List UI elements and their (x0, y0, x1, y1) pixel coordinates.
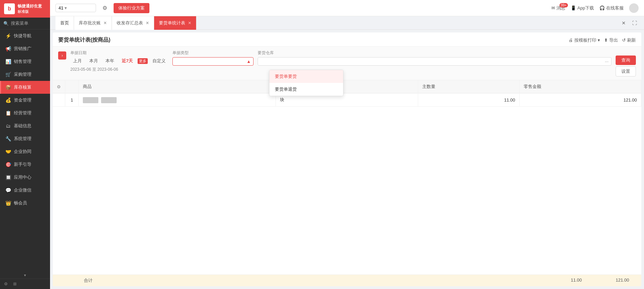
app-download-label: App下载 (577, 5, 594, 11)
industry-solution-button[interactable]: 体验行业方案 (114, 3, 149, 13)
tab-order-stats[interactable]: 要货单统计表 ✕ (154, 16, 196, 30)
filter-type-input[interactable] (172, 57, 254, 66)
basic-icon: 🗂 (5, 123, 11, 129)
topbar-company-select[interactable]: 41 ▾ (55, 4, 96, 12)
product-name-2: ████ (101, 97, 117, 103)
tab-home[interactable]: 首页 (55, 16, 74, 30)
search-icon: 🔍 (3, 21, 9, 26)
sidebar-item-label: 采购管理 (14, 71, 31, 77)
sidebar-item-label: 基础信息 (14, 123, 31, 129)
phone-icon: 📱 (571, 5, 576, 10)
filter-type-group: 单据类型 ▲ (172, 50, 254, 66)
online-service-label: 在线客服 (606, 5, 624, 11)
filter-warehouse-more-icon[interactable]: ··· (605, 59, 609, 64)
sidebar-item-sales[interactable]: 📊 销售管理 (0, 55, 50, 68)
sidebar-item-label: 营销推广 (14, 46, 31, 52)
td-settings (53, 93, 65, 107)
filter-type-arrow-up-icon[interactable]: ▲ (246, 59, 251, 64)
quick-nav-icon: ⚡ (5, 33, 11, 39)
sidebar-item-label: 应用中心 (14, 174, 31, 180)
filter-type-label: 单据类型 (172, 50, 254, 56)
main-area: 41 ▾ ⚙ 体验行业方案 ✉ 消息 99+ 📱 App下载 🎧 在线客服 (50, 0, 644, 289)
tab-receive-summary[interactable]: 收发存汇总表 ✕ (112, 16, 154, 30)
filter-date-last-month[interactable]: 上月 (70, 57, 85, 65)
filter-bar: › 单据日期 上月 本月 本年 近7天 更多 自定义 2023-05-06 至 … (53, 47, 641, 80)
messages-item[interactable]: ✉ 消息 99+ (551, 5, 565, 11)
page-footer: 合计 11.00 121.00 (53, 274, 641, 286)
print-button[interactable]: 🖨 按模板打印 ▾ (569, 37, 600, 43)
filter-buttons: 查询 设置 (616, 55, 636, 76)
refresh-button[interactable]: ↺ 刷新 (622, 37, 636, 43)
filter-warehouse-input[interactable] (261, 59, 602, 64)
filter-date-this-year[interactable]: 本年 (103, 57, 117, 65)
sidebar-item-finance[interactable]: 💰 资金管理 (0, 94, 50, 107)
tab-inventory-batch[interactable]: 库存批次账 ✕ (74, 16, 112, 30)
member-icon: 👑 (5, 200, 11, 206)
filter-date-7days[interactable]: 近7天 (119, 57, 136, 65)
tabbar: 首页 库存批次账 ✕ 收发存汇总表 ✕ 要货单统计表 ✕ ✕ ⛶ (50, 16, 644, 30)
filter-date-this-month[interactable]: 本月 (87, 57, 101, 65)
filter-date-custom[interactable]: 自定义 (150, 57, 168, 65)
th-qty: 主数量 (418, 80, 519, 93)
sidebar-search[interactable]: 🔍 搜索菜单 (0, 18, 50, 29)
sidebar-item-inventory[interactable]: 📦 库存核算 (0, 81, 50, 94)
close-all-tabs-button[interactable]: ✕ (620, 19, 628, 27)
filter-type-input-wrap: ▲ (172, 57, 254, 66)
total-qty: 11.00 (555, 277, 589, 284)
dropdown-item-order-goods[interactable]: 要货单要货 (269, 70, 343, 83)
dropdown-item-order-return[interactable]: 要货单退货 (269, 83, 343, 96)
sidebar-item-system[interactable]: 🔧 系统管理 (0, 132, 50, 145)
sidebar-item-label: 快捷导航 (14, 33, 31, 39)
filter-settings-button[interactable]: 设置 (616, 66, 636, 76)
sidebar-item-member[interactable]: 👑 畅会员 (0, 197, 50, 209)
th-goods: 商品 (79, 80, 276, 93)
message-icon: ✉ (551, 5, 555, 10)
tabbar-actions: ✕ ⛶ (620, 19, 639, 27)
sidebar-item-quick-nav[interactable]: ⚡ 快捷导航 (0, 29, 50, 42)
sidebar-scroll-down[interactable]: ▼ (0, 272, 50, 279)
sidebar-item-basic[interactable]: 🗂 基础信息 (0, 119, 50, 132)
sidebar-item-label: 新手引导 (14, 161, 31, 168)
tab-close-inventory-batch[interactable]: ✕ (103, 21, 107, 25)
filter-more-badge[interactable]: 更多 (138, 58, 148, 64)
topbar-right: ✉ 消息 99+ 📱 App下载 🎧 在线客服 (551, 3, 639, 13)
sidebar-item-apps[interactable]: 🔲 应用中心 (0, 171, 50, 184)
sidebar-menu-icon[interactable]: ⊞ (13, 282, 17, 286)
sidebar-item-label: 畅会员 (14, 200, 27, 206)
app-logo-icon: b (4, 3, 15, 14)
query-button[interactable]: 查询 (616, 55, 636, 65)
filter-warehouse-label: 要货仓库 (258, 50, 612, 56)
sidebar: b 畅捷通好生意 标准版 🔍 搜索菜单 ⚡ 快捷导航 📢 营销推广 📊 销售管理… (0, 0, 50, 289)
guide-icon: 🎯 (5, 162, 11, 167)
sidebar-item-marketing[interactable]: 📢 营销推广 (0, 42, 50, 55)
sidebar-item-business[interactable]: 📋 经营管理 (0, 107, 50, 119)
refresh-icon: ↺ (622, 38, 626, 43)
topbar-settings-icon[interactable]: ⚙ (100, 3, 110, 13)
tab-receive-summary-label: 收发存汇总表 (117, 20, 143, 26)
sidebar-item-purchase[interactable]: 🛒 采购管理 (0, 68, 50, 81)
user-avatar[interactable] (629, 3, 639, 13)
inventory-icon: 📦 (5, 85, 11, 90)
headset-icon: 🎧 (599, 5, 605, 10)
export-button[interactable]: ⬆ 导出 (604, 37, 618, 43)
topbar-company-value: 41 (58, 5, 63, 10)
product-name-1: ████ (83, 97, 98, 103)
sidebar-item-wechat[interactable]: 💬 企业微信 (0, 184, 50, 197)
tab-order-stats-label: 要货单统计表 (159, 20, 185, 26)
filter-expand-button[interactable]: › (58, 51, 66, 60)
topbar: 41 ▾ ⚙ 体验行业方案 ✉ 消息 99+ 📱 App下载 🎧 在线客服 (50, 0, 644, 16)
fullscreen-button[interactable]: ⛶ (630, 19, 639, 27)
purchase-icon: 🛒 (5, 72, 11, 77)
sidebar-item-guide[interactable]: 🎯 新手引导 (0, 158, 50, 171)
sidebar-settings-icon[interactable]: ⚙ (4, 282, 8, 286)
sidebar-item-enterprise[interactable]: 🤝 企业协同 (0, 145, 50, 158)
app-download-item[interactable]: 📱 App下载 (571, 5, 594, 11)
sidebar-item-label: 资金管理 (14, 97, 31, 103)
tab-close-receive-summary[interactable]: ✕ (146, 21, 149, 25)
td-qty: 11.00 (418, 93, 519, 107)
sidebar-item-label: 库存核算 (14, 84, 31, 90)
tab-close-order-stats[interactable]: ✕ (188, 21, 191, 25)
tab-home-label: 首页 (60, 20, 69, 26)
th-settings[interactable]: ⚙ (53, 80, 65, 93)
online-service-item[interactable]: 🎧 在线客服 (599, 5, 624, 11)
